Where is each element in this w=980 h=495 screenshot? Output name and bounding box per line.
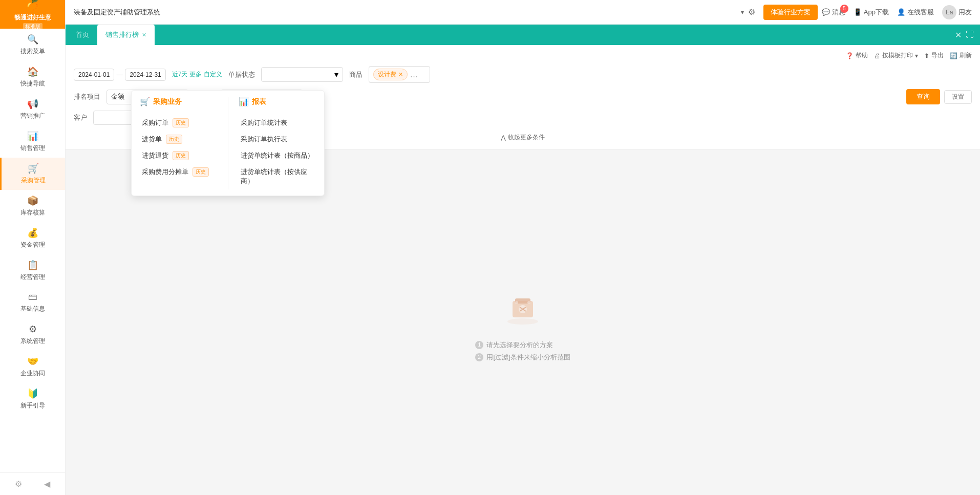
app-download-btn[interactable]: 📱 App下载 <box>854 8 889 17</box>
home-icon: 🏠 <box>27 66 38 77</box>
sidebar-item-label: 采购管理 <box>21 176 46 185</box>
date-start[interactable]: 2024-01-01 <box>74 69 114 81</box>
quick-dates: 近7天 更多 自定义 <box>172 70 223 79</box>
print-icon: 🖨 <box>874 52 880 59</box>
filter-row-1: 2024-01-01 — 2024-12-31 近7天 更多 自定义 单据状态 … <box>74 66 972 83</box>
purchase-expense-label: 采购费用分摊单 <box>142 167 188 177</box>
goods-stat-product-label: 进货单统计表（按商品） <box>241 151 314 160</box>
menu-item-goods-receipt[interactable]: 进货单 历史 <box>140 131 218 147</box>
sidebar-item-quick-nav[interactable]: 🏠 快捷导航 <box>0 61 65 93</box>
report-col: 📊 报表 采购订单统计表 采购订单执行表 进货单统计表（按商品） 进货单统计表（… <box>230 97 325 189</box>
message-btn[interactable]: 💬 消息 5 <box>822 8 845 17</box>
sidebar-item-enterprise[interactable]: 🤝 企业协同 <box>0 351 65 383</box>
purchase-order-exec-label: 采购订单执行表 <box>241 135 287 144</box>
menu-item-goods-stat-by-product[interactable]: 进货单统计表（按商品） <box>239 147 316 164</box>
history-badge-3: 历史 <box>173 151 189 160</box>
goods-label: 商品 <box>349 70 363 79</box>
sidebar-item-basic-info[interactable]: 🗃 基础信息 <box>0 287 65 318</box>
goods-receipt-label: 进货单 <box>142 135 162 144</box>
rank-label: 排名项目 <box>74 92 100 101</box>
menu-item-purchase-order[interactable]: 采购订单 历史 <box>140 115 218 131</box>
menu-item-goods-stat-by-supplier[interactable]: 进货单统计表（按供应商） <box>239 164 316 189</box>
service-icon: 👤 <box>897 8 905 16</box>
sidebar-item-label: 搜索菜单 <box>20 47 45 56</box>
goods-filter[interactable]: 设计费 ✕ … <box>369 66 430 83</box>
tab-sales-rank-label: 销售排行榜 <box>105 30 139 39</box>
sidebar-item-operations[interactable]: 📋 经营管理 <box>0 254 65 287</box>
step-1-num: 1 <box>475 341 483 349</box>
sidebar-collapse-btn[interactable]: ◀ <box>44 479 50 489</box>
purchase-col-label: 采购业务 <box>153 97 182 106</box>
enterprise-icon: 🤝 <box>27 356 38 367</box>
goods-ellipsis[interactable]: … <box>410 70 418 79</box>
empty-state: 1 请先选择要分析的方案 2 用[过滤]条件来缩小分析范围 <box>66 149 980 495</box>
app-label: App下载 <box>864 8 889 17</box>
menu-item-goods-return[interactable]: 进货退货 历史 <box>140 147 218 164</box>
quick-more[interactable]: 更多 <box>189 70 202 79</box>
sidebar-item-system[interactable]: ⚙ 系统管理 <box>0 318 65 351</box>
history-badge-4: 历史 <box>193 167 209 177</box>
query-button[interactable]: 查询 <box>906 89 940 104</box>
refresh-btn[interactable]: 🔄 刷新 <box>950 51 972 60</box>
system-dropdown-arrow[interactable]: ▾ <box>741 9 744 16</box>
service-btn[interactable]: 👤 在线客服 <box>897 8 934 17</box>
sidebar-item-marketing[interactable]: 📢 营销推广 <box>0 93 65 125</box>
header-settings-icon[interactable]: ⚙ <box>748 7 755 17</box>
industry-btn[interactable]: 体验行业方案 <box>763 5 818 20</box>
sidebar-item-sales[interactable]: 📊 销售管理 <box>0 125 65 158</box>
sales-icon: 📊 <box>27 131 38 142</box>
sidebar-item-label: 营销推广 <box>20 112 45 120</box>
sidebar: 🍊 畅通进好生意 标准版 🔍 搜索菜单 🏠 快捷导航 📢 营销推广 📊 销售管理… <box>0 0 66 495</box>
system-name: 装备及固定资产辅助管理系统 <box>74 8 737 17</box>
empty-text: 1 请先选择要分析的方案 2 用[过滤]条件来缩小分析范围 <box>475 340 570 362</box>
sidebar-item-inventory[interactable]: 📦 库存核算 <box>0 190 65 222</box>
print-dropdown-icon: ▾ <box>915 52 918 59</box>
report-col-icon: 📊 <box>239 97 249 106</box>
top-header: 装备及固定资产辅助管理系统 ▾ ⚙ 体验行业方案 💬 消息 5 📱 App下载 … <box>66 0 980 25</box>
voucher-status-select[interactable]: ▾ <box>261 67 343 82</box>
export-label: 导出 <box>931 51 944 60</box>
purchase-col-title: 🛒 采购业务 <box>140 97 218 110</box>
avatar: Ea <box>942 5 956 19</box>
sidebar-item-label: 系统管理 <box>20 337 45 346</box>
menu-item-purchase-order-exec[interactable]: 采购订单执行表 <box>239 131 316 147</box>
tab-sales-rank[interactable]: 销售排行榜 ✕ <box>97 25 155 45</box>
finance-icon: 💰 <box>27 227 38 239</box>
collapse-btn[interactable]: ⋀ 收起更多条件 <box>501 133 545 142</box>
filter-toolbar-row: ❓ 帮助 🖨 按模板打印 ▾ ⬆ 导出 🔄 刷新 <box>74 51 972 60</box>
quick-custom[interactable]: 自定义 <box>204 70 222 79</box>
tab-close-icon[interactable]: ✕ <box>142 32 146 38</box>
menu-item-purchase-expense[interactable]: 采购费用分摊单 历史 <box>140 164 218 180</box>
marketing-icon: 📢 <box>27 98 38 110</box>
operations-icon: 📋 <box>27 260 38 271</box>
tab-close-all-icon[interactable]: ✕ <box>955 30 962 40</box>
goods-tag-remove[interactable]: ✕ <box>398 71 403 78</box>
help-btn[interactable]: ❓ 帮助 <box>846 51 868 60</box>
history-badge-2: 历史 <box>166 135 182 144</box>
goods-stat-supplier-label: 进货单统计表（按供应商） <box>241 167 314 186</box>
sidebar-item-guide[interactable]: 🔰 新手引导 <box>0 383 65 415</box>
sidebar-bottom: ⚙ ◀ <box>0 472 65 495</box>
tab-actions: ✕ ⛶ <box>955 30 978 40</box>
collapse-up-icon: ⋀ <box>501 134 506 141</box>
user-btn[interactable]: Ea 用友 <box>942 5 972 19</box>
menu-item-purchase-order-stat[interactable]: 采购订单统计表 <box>239 115 316 131</box>
inventory-icon: 📦 <box>27 195 38 206</box>
sidebar-settings-btn[interactable]: ⚙ <box>15 479 22 489</box>
sidebar-item-label: 企业协同 <box>20 369 45 378</box>
tab-home[interactable]: 首页 <box>68 25 97 45</box>
quick-7days[interactable]: 近7天 <box>172 70 188 79</box>
tab-expand-icon[interactable]: ⛶ <box>966 30 974 39</box>
sidebar-item-search[interactable]: 🔍 搜索菜单 <box>0 29 65 61</box>
sidebar-item-label: 库存核算 <box>20 208 45 217</box>
date-end[interactable]: 2024-12-31 <box>125 69 165 81</box>
sidebar-item-finance[interactable]: 💰 资金管理 <box>0 222 65 254</box>
print-btn[interactable]: 🖨 按模板打印 ▾ <box>874 51 918 60</box>
message-badge: 5 <box>840 5 848 13</box>
system-icon: ⚙ <box>29 324 37 335</box>
history-badge-1: 历史 <box>173 118 189 127</box>
main-content: 装备及固定资产辅助管理系统 ▾ ⚙ 体验行业方案 💬 消息 5 📱 App下载 … <box>66 0 980 495</box>
set-button[interactable]: 设置 <box>944 90 972 104</box>
sidebar-item-purchase[interactable]: 🛒 采购管理 <box>0 158 65 190</box>
export-btn[interactable]: ⬆ 导出 <box>924 51 944 60</box>
